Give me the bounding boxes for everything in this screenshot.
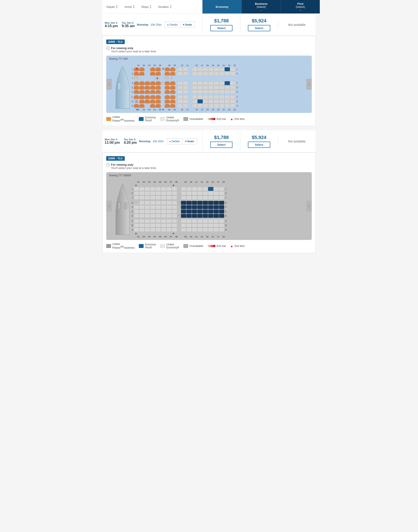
seat-2C02[interactable]	[139, 219, 144, 223]
seat-1A18[interactable]	[203, 104, 208, 108]
seat-2F08[interactable]	[172, 205, 177, 209]
seat-1D05[interactable]	[156, 90, 161, 94]
seat-1F04[interactable]	[150, 81, 155, 85]
seat-2A18[interactable]	[219, 228, 224, 232]
seat-2D07[interactable]	[166, 214, 172, 218]
seat-2L16[interactable]	[208, 187, 213, 191]
seat-2A15[interactable]	[203, 228, 208, 232]
seat-1K23[interactable]	[230, 72, 235, 76]
seat-1E21[interactable]	[219, 86, 224, 90]
seat-2L07[interactable]	[166, 187, 172, 191]
seat-2G04[interactable]	[150, 201, 155, 205]
seat-1E10[interactable]	[177, 86, 183, 90]
seat-1F02[interactable]	[139, 81, 144, 85]
seat-2J10[interactable]	[186, 196, 192, 200]
seat-2G10[interactable]	[186, 201, 192, 205]
seat-2G09[interactable]	[181, 201, 186, 205]
seat-1A23[interactable]	[230, 104, 235, 108]
seat-2B04[interactable]	[150, 224, 155, 227]
seat-2D02[interactable]	[139, 214, 144, 218]
seat-1A20[interactable]	[214, 104, 219, 108]
seat-2G15[interactable]	[203, 201, 208, 205]
seat-1B22[interactable]	[225, 100, 230, 103]
seat-1C03[interactable]	[145, 95, 150, 99]
seat-1D19[interactable]	[208, 90, 214, 94]
seat-2F02[interactable]	[139, 205, 144, 209]
seat-1C09[interactable]	[170, 95, 175, 99]
seat-1A19[interactable]	[208, 104, 214, 108]
seat-2E09[interactable]	[181, 210, 186, 214]
seat-2G18[interactable]	[219, 201, 224, 205]
seat-1E08[interactable]	[165, 86, 170, 90]
seat-2E02[interactable]	[139, 210, 144, 214]
seat-2C17[interactable]	[214, 219, 219, 223]
seat-2J15[interactable]	[203, 196, 208, 200]
seat-2B18[interactable]	[219, 224, 224, 227]
flight-1-business-select-button[interactable]: Select	[248, 25, 270, 31]
seat-1C05[interactable]	[156, 95, 161, 99]
tab-first[interactable]: First (lowest) ↑↓	[281, 0, 320, 13]
seat-1C16[interactable]	[192, 95, 197, 99]
seat-2A04[interactable]	[150, 228, 155, 232]
seat-2D11[interactable]	[192, 214, 197, 218]
seat-1E20[interactable]	[214, 86, 219, 90]
seat-2J04[interactable]	[150, 196, 155, 200]
seat-1F19[interactable]	[208, 81, 214, 85]
seat-1L10[interactable]	[177, 67, 183, 71]
seat-1L20[interactable]	[214, 67, 219, 71]
smap-nav-left-2[interactable]: ‹	[106, 201, 112, 212]
seat-2L03[interactable]	[145, 187, 150, 191]
seat-1F22[interactable]	[225, 81, 230, 85]
seat-2D12[interactable]	[197, 214, 202, 218]
seat-1L22[interactable]	[225, 67, 230, 71]
seat-1L04[interactable]	[150, 67, 155, 71]
seat-1K02[interactable]	[139, 72, 144, 76]
seat-2K07[interactable]	[166, 191, 172, 195]
seat-2G08[interactable]	[172, 201, 177, 205]
seat-2J01[interactable]	[134, 196, 139, 200]
seat-2D01[interactable]	[134, 214, 139, 218]
seat-2J07[interactable]	[166, 196, 172, 200]
seat-1F03[interactable]	[145, 81, 150, 85]
seat-2D18[interactable]	[219, 214, 224, 218]
seat-2G06[interactable]	[161, 201, 166, 205]
seat-1K01[interactable]	[134, 72, 139, 76]
seat-2C11[interactable]	[192, 219, 197, 223]
seat-1C19[interactable]	[208, 95, 214, 99]
seat-2A11[interactable]	[192, 228, 197, 232]
seat-1A16[interactable]	[192, 104, 197, 108]
seat-2D08[interactable]	[172, 214, 177, 218]
seat-2J17[interactable]	[214, 196, 219, 200]
seat-2C10[interactable]	[186, 219, 192, 223]
seat-2B10[interactable]	[186, 224, 192, 227]
seat-1K11[interactable]	[183, 72, 188, 76]
seat-2C01[interactable]	[134, 219, 139, 223]
seat-2J11[interactable]	[192, 196, 197, 200]
seat-1L21[interactable]	[219, 67, 224, 71]
seat-2K04[interactable]	[150, 191, 155, 195]
seat-2C08[interactable]	[172, 219, 177, 223]
seat-1D20[interactable]	[214, 90, 219, 94]
seat-1B05[interactable]	[156, 100, 161, 103]
seat-2J08[interactable]	[172, 196, 177, 200]
seat-1C17[interactable]	[197, 95, 203, 99]
seat-2E11[interactable]	[192, 210, 197, 214]
seat-2F01[interactable]	[134, 205, 139, 209]
seat-1B08[interactable]	[165, 100, 170, 103]
seat-2J03[interactable]	[145, 196, 150, 200]
seat-1L05[interactable]	[156, 67, 161, 71]
seat-2D03[interactable]	[145, 214, 150, 218]
seat-1B09[interactable]	[170, 100, 175, 103]
seat-2F09[interactable]	[181, 205, 186, 209]
seat-2G17[interactable]	[214, 201, 219, 205]
seat-2K16[interactable]	[208, 191, 213, 195]
seat-2K08[interactable]	[172, 191, 177, 195]
seat-1C10[interactable]	[177, 95, 183, 99]
seat-2D10[interactable]	[186, 214, 192, 218]
seat-2A16[interactable]	[208, 228, 213, 232]
seat-2K10[interactable]	[186, 191, 192, 195]
seat-2G11[interactable]	[192, 201, 197, 205]
seat-2A10[interactable]	[186, 228, 192, 232]
seat-1C23[interactable]	[230, 95, 235, 99]
flight-1-economy-select-button[interactable]: Select	[210, 25, 232, 31]
